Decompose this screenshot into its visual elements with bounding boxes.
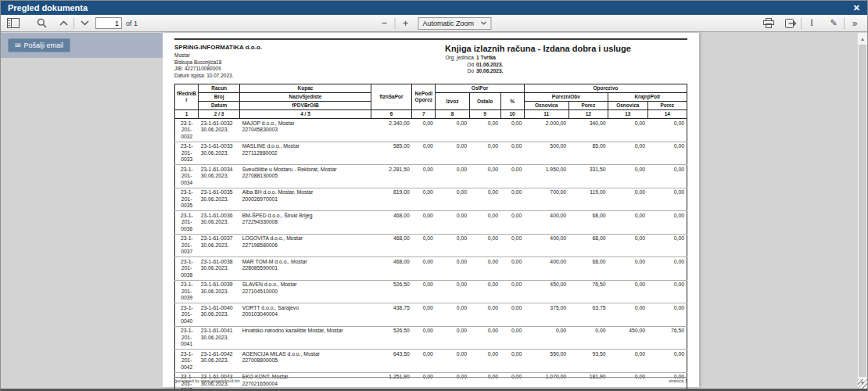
cell-amount: 0,00 [436, 280, 469, 303]
cell-amount: 68,00 [569, 234, 608, 257]
cell-amount: 0,00 [647, 211, 687, 235]
vertical-scrollbar[interactable]: ▲ ▼ [857, 33, 867, 389]
cell-amount: 468,00 [371, 257, 411, 281]
previous-page-icon[interactable] [56, 16, 71, 30]
table-row: 23-1-201- 003623-1-61-003630.06.2023.BM-… [175, 211, 687, 235]
col-number: 12 [569, 110, 608, 119]
cell-amount: 0,00 [469, 188, 500, 211]
resize-grip-icon[interactable] [858, 379, 867, 389]
cell-amount: 0,00 [647, 119, 687, 142]
cell-amount: 68,00 [569, 257, 608, 281]
table-row: 23-1-201- 004123-1-61-004130.06.2023.Hrv… [175, 326, 687, 350]
cell-amount: 0,00 [608, 211, 647, 235]
search-icon[interactable] [34, 16, 49, 30]
cell-amount: 0,00 [500, 257, 524, 281]
cell-amount: 0,00 [412, 211, 436, 235]
cell-amount: 375,00 [524, 303, 569, 327]
cell-redni-broj: 23-1-201- 0032 [175, 119, 199, 142]
cell-amount: 0,00 [436, 257, 469, 281]
table-row: 23-1-201- 003823-1-61-003830.06.2023.MAR… [175, 257, 687, 281]
text-edit-icon[interactable]: I [804, 16, 820, 30]
more-tools-icon[interactable]: » [847, 16, 863, 30]
cell-amount: 400,00 [524, 211, 569, 235]
download-icon[interactable] [783, 16, 798, 30]
cell-amount: 438,75 [371, 303, 411, 327]
col-header: Osnovica [524, 102, 569, 110]
cell-amount: 0,00 [469, 280, 500, 303]
cell-redni-broj: 23-1-201- 0040 [175, 303, 199, 327]
print-icon[interactable] [761, 16, 777, 30]
email-action-bar: ✉ Pošalji email [1, 33, 163, 58]
col-header: Oporezivo [524, 84, 687, 93]
cell-amount: 0,00 [436, 188, 469, 211]
cell-amount: 0,00 [500, 211, 524, 235]
cell-amount: 0,00 [412, 234, 436, 257]
cell-amount: 0,00 [436, 326, 469, 350]
cell-amount: 0,00 [647, 280, 687, 303]
cell-amount: 0,00 [412, 280, 436, 303]
col-number: 7 [412, 110, 436, 119]
close-icon[interactable]: ✕ [853, 3, 860, 13]
cell-amount: 0,00 [500, 188, 524, 211]
cell-amount: 643,50 [371, 350, 411, 373]
ink-edit-icon[interactable]: ✎ [826, 16, 841, 30]
table-row: 23-1-201- 003723-1-61-003730.06.2023.LOG… [175, 234, 687, 257]
cell-amount: 0,00 [608, 165, 647, 188]
send-email-button[interactable]: ✉ Pošalji email [8, 38, 70, 52]
cell-amount: 500,00 [524, 142, 569, 165]
cell-amount: 0,00 [608, 350, 647, 373]
col-header: Datum [199, 102, 240, 110]
cell-amount: 0,00 [647, 350, 687, 373]
company-jib: JIB: 4227110080009 [174, 66, 382, 73]
col-header: PorezniObv [524, 93, 608, 102]
cell-amount: 400,00 [524, 257, 569, 281]
page-number-input[interactable] [95, 17, 122, 29]
cell-naziv-oib: Sveučilište u Mostaru - Rektorat, Mostar… [240, 165, 371, 188]
cell-amount: 0,00 [608, 119, 647, 142]
cell-naziv-oib: Alba BH d.o.o. Mostar, Mostar20002697000… [240, 188, 371, 211]
cell-amount: 0,00 [569, 326, 608, 350]
cell-amount: 0,00 [436, 165, 469, 188]
cell-naziv-oib: VORTT d.o.o., Sarajevo200103040004 [240, 303, 371, 327]
divider [395, 18, 396, 29]
company-city: Mostar [174, 52, 382, 59]
col-header: Ostalo [469, 93, 500, 110]
col-number: 6 [371, 110, 411, 119]
date-from-value: 01.06.2023. [476, 62, 503, 69]
divider [844, 18, 845, 29]
scrollbar-thumb[interactable] [859, 45, 866, 377]
cell-naziv-oib: AGENCIJA MILAS d.o.o., Mostar22700880000… [240, 350, 371, 373]
cell-broj-datum: 23-1-61-003730.06.2023. [199, 234, 240, 257]
cell-naziv-oib: SLAVEN d.o.o., Mostar227104510000 [240, 280, 371, 303]
cell-amount: 468,00 [371, 211, 411, 235]
titlebar: Pregled dokumenta ✕ [1, 1, 867, 15]
divider [74, 18, 74, 29]
cell-amount: 0,00 [608, 234, 647, 257]
cell-amount: 0,00 [469, 326, 500, 350]
cell-amount: 0,00 [608, 303, 647, 327]
col-number: 10 [500, 110, 524, 119]
cell-amount: 0,00 [412, 188, 436, 211]
table-row: 23-1-201- 004023-1-61-004030.06.2023.VOR… [175, 303, 687, 327]
zoom-select-value: Automatic Zoom [423, 20, 475, 27]
cell-broj-datum: 23-1-61-004230.06.2023. [199, 350, 240, 373]
sidebar-toggle-icon[interactable] [5, 16, 21, 30]
cell-amount: 0,00 [647, 257, 687, 281]
col-header: fPDVBrOIB [240, 102, 371, 110]
cell-naziv-oib: LOGOVITA d.o.o., Mostar227198580006 [240, 234, 371, 257]
col-header: OslPor [436, 84, 524, 93]
cell-amount: 585,00 [371, 142, 411, 165]
cell-amount: 0,00 [412, 350, 436, 373]
report-title: Knjiga izlaznih računa - Izdana dobra i … [405, 44, 671, 53]
cell-amount: 0,00 [500, 119, 524, 142]
divider [801, 18, 802, 29]
next-page-icon[interactable] [77, 16, 92, 30]
scroll-up-icon[interactable]: ▲ [858, 34, 867, 44]
document-viewer: ✉ Pošalji email SPRING-INFORMATIKA d.o.o… [1, 33, 867, 389]
invoice-table-body: 23-1-201- 003223-1-61-003230.06.2023.MAJ… [175, 119, 687, 391]
zoom-in-button[interactable]: + [398, 16, 414, 30]
zoom-select[interactable]: Automatic Zoom [418, 17, 492, 30]
zoom-out-button[interactable]: − [377, 16, 393, 30]
cell-amount: 0,00 [500, 234, 524, 257]
cell-amount: 0,00 [412, 326, 436, 350]
